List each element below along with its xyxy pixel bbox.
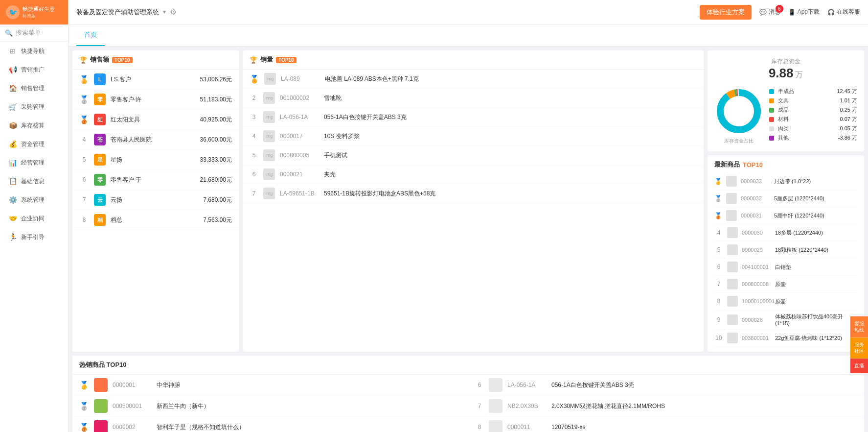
- dropdown-icon[interactable]: ▼: [162, 9, 167, 15]
- new-prod-rank-num: 5: [714, 246, 723, 253]
- operation-icon: 📊: [8, 158, 17, 167]
- online-service-button[interactable]: 🎧 在线客服: [827, 8, 860, 16]
- legend-label: 文具: [778, 97, 789, 104]
- customer-name: 零售客户·于: [111, 176, 195, 184]
- sidebar-item-system[interactable]: ⚙️ 系统管理: [0, 191, 68, 209]
- legend-dot: [769, 108, 774, 113]
- product-rank-item: 2 img 001000002 雪地靴: [243, 89, 704, 108]
- hot-product-name: 新西兰牛肉（新牛）: [157, 402, 461, 410]
- legend-value: -0.05 万: [838, 125, 857, 132]
- prod-rank-num: 3: [250, 114, 258, 120]
- cs-live-button[interactable]: 直播: [850, 359, 868, 373]
- customer-ranking-header: 🏆 销售额 TOP10: [72, 50, 239, 70]
- customer-value: 36,600.00元: [200, 136, 232, 144]
- inventory-unit: 万: [795, 71, 803, 79]
- topbar-actions: 体验行业方案 💬 消息 6 📱 App下载 🎧 在线客服: [700, 5, 860, 20]
- hot-product-code: 0000011: [507, 424, 547, 431]
- trophy-icon: 🏆: [79, 56, 87, 64]
- sidebar-item-operation[interactable]: 📊 经营管理: [0, 153, 68, 172]
- sidebar-item-cooperation[interactable]: 🤝 企业协同: [0, 209, 68, 228]
- product-ranking-header: 🏆 销量 TOP10: [243, 50, 704, 70]
- new-product-name: 5厘多层 (1220*2440): [774, 195, 857, 202]
- headset-icon: 🎧: [827, 9, 835, 16]
- sidebar-item-inventory[interactable]: 📦 库存核算: [0, 116, 68, 135]
- bronze-medal-icon: 🥉: [714, 212, 722, 219]
- hot-products-title: 热销商品 TOP10: [79, 360, 127, 369]
- message-badge: 6: [776, 5, 783, 13]
- sidebar-item-quick-nav[interactable]: ⊞ 快捷导航: [0, 42, 68, 60]
- prod-rank-num: 5: [250, 152, 258, 159]
- mobile-icon: 📱: [788, 9, 796, 16]
- new-product-name: 封边带 (1.0*22): [774, 178, 857, 185]
- basic-info-icon: 📋: [8, 177, 17, 186]
- product-name: 59651-1B旋转投影灯电池盒ABS黑色+58克: [324, 190, 697, 198]
- cs-community-button[interactable]: 服务社区: [850, 337, 868, 359]
- customer-ranking-title: 销售额: [90, 55, 109, 64]
- hot-product-image: [94, 420, 108, 432]
- content-main: 🏆 销售额 TOP10 🏅 L LS 客户 53,006.26元 🥈 零 零售客…: [69, 47, 868, 432]
- legend-item: 材料 0.07 万: [769, 116, 857, 123]
- logo-badge: 标准版: [23, 13, 55, 19]
- silver-medal-icon: 🥈: [79, 402, 89, 411]
- legend-item: 其他 -3.86 万: [769, 134, 857, 142]
- cs-hotline-button[interactable]: 客服热线: [850, 316, 868, 337]
- new-product-image: [727, 333, 738, 343]
- sidebar-item-finance[interactable]: 💰 资金管理: [0, 135, 68, 153]
- gold-medal-icon: 🏅: [79, 75, 89, 84]
- customer-name: LS 客户: [111, 75, 195, 84]
- customer-ranking-panel: 🏆 销售额 TOP10 🏅 L LS 客户 53,006.26元 🥈 零 零售客…: [72, 50, 239, 352]
- hot-rank-num: 6: [475, 382, 484, 388]
- sidebar-item-guide[interactable]: 🏃 新手引导: [0, 228, 68, 246]
- customer-top10-badge: TOP10: [112, 57, 133, 63]
- new-product-code: 0000030: [742, 230, 771, 236]
- customer-name: 档总: [111, 216, 198, 224]
- customer-value: 21,680.00元: [200, 176, 232, 184]
- gold-medal-icon: 🥇: [79, 381, 89, 390]
- purchase-label: 采购管理: [21, 103, 45, 111]
- sidebar: 🐦 畅捷通好生意 标准版 🔍 搜索菜单 ⊞ 快捷导航📢 营销推广🏠 销售管理🛒 …: [0, 0, 69, 432]
- legend-label: 半成品: [778, 88, 794, 95]
- product-rank-item: 7 img LA-59651-1B 59651-1B旋转投影灯电池盒ABS黑色+…: [243, 184, 704, 203]
- tab-home[interactable]: 首页: [76, 24, 105, 46]
- product-image: img: [263, 111, 275, 123]
- customer-avatar: 红: [94, 114, 106, 125]
- bronze-medal-icon: 🥉: [79, 115, 89, 124]
- new-product-name: 原壶: [775, 298, 857, 305]
- product-code: 0000017: [280, 133, 319, 140]
- hot-product-image: [94, 399, 108, 413]
- new-product-image: [727, 262, 738, 272]
- legend-name: 材料: [769, 116, 840, 123]
- sidebar-item-basic-info[interactable]: 📋 基础信息: [0, 172, 68, 191]
- settings-icon[interactable]: ⚙: [170, 7, 177, 17]
- product-rank-item: 4 img 0000017 10S 变料罗浆: [243, 127, 704, 146]
- experience-button[interactable]: 体验行业方案: [700, 5, 752, 20]
- customer-name: 苍南县人民医院: [111, 136, 195, 144]
- legend-item: 成品 0.25 万: [769, 106, 857, 114]
- new-product-item: 9 0000028 体械荔枝味苏打饮品400毫升 (1*15): [714, 310, 857, 330]
- new-product-code: 0000028: [742, 317, 771, 323]
- main-area: 装备及固定资产辅助管理系统 ▼ ⚙ 体验行业方案 💬 消息 6 📱 App下载 …: [69, 0, 868, 432]
- sidebar-item-purchase[interactable]: 🛒 采购管理: [0, 97, 68, 116]
- operation-label: 经营管理: [21, 159, 45, 167]
- finance-label: 资金管理: [21, 140, 45, 148]
- search-label: 搜索菜单: [16, 28, 41, 37]
- sidebar-item-marketing[interactable]: 📢 营销推广: [0, 60, 68, 79]
- new-product-image: [727, 244, 738, 255]
- customer-rank-item: 6 零 零售客户·于 21,680.00元: [72, 170, 239, 190]
- sales-icon: 🏠: [8, 84, 17, 93]
- page-header: 首页: [69, 24, 868, 47]
- donut-chart: [714, 87, 763, 136]
- search-icon: 🔍: [5, 29, 13, 37]
- customer-avatar: 星: [94, 154, 106, 166]
- message-button[interactable]: 💬 消息 6: [759, 8, 780, 16]
- app-download-button[interactable]: 📱 App下载: [788, 8, 820, 16]
- inventory-label: 库存核算: [21, 121, 45, 130]
- system-title: 装备及固定资产辅助管理系统: [76, 8, 159, 17]
- rank-number: 4: [79, 136, 89, 143]
- hot-product-code: 0000001: [113, 382, 152, 388]
- search-menu[interactable]: 🔍 搜索菜单: [0, 24, 68, 42]
- customer-avatar: 档: [94, 214, 106, 226]
- sidebar-item-sales[interactable]: 🏠 销售管理: [0, 79, 68, 97]
- product-code: 001000002: [280, 95, 319, 101]
- new-product-code: 000800008: [742, 281, 771, 287]
